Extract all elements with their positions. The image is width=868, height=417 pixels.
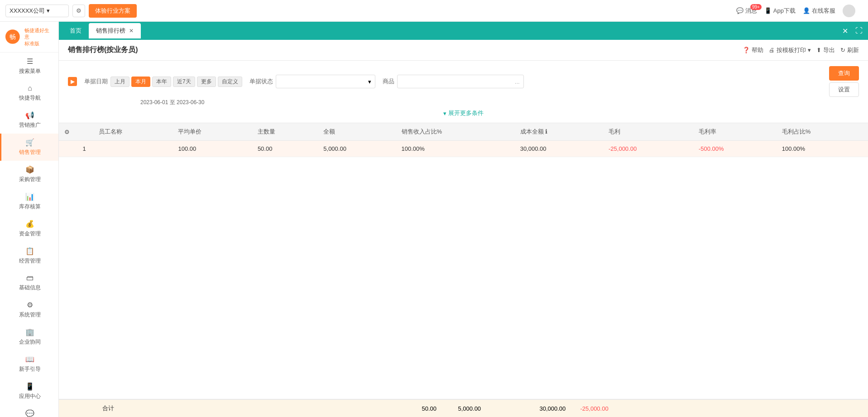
row-sales-pct: 100.00% (396, 141, 515, 157)
marketing-icon: 📢 (25, 111, 34, 120)
col-amount: 全额 (318, 123, 396, 141)
filter-toggle-btn[interactable]: ▶ (68, 77, 77, 86)
sidebar-item-search[interactable]: ☰ 搜索菜单 (0, 53, 58, 80)
expand-down-icon: ▾ (443, 110, 446, 117)
goods-label: 商品 (383, 77, 394, 86)
query-button[interactable]: 查询 (829, 66, 859, 81)
tab-close-window-icon[interactable]: ✕ (840, 25, 850, 37)
status-select[interactable]: ▾ (276, 75, 375, 88)
table-container: ⚙ 员工名称 平均单价 主数量 全额 销售收入占比% 成本全额 ℹ 毛利 毛利率… (59, 123, 868, 399)
date-label: 单据日期 (84, 77, 108, 86)
filter-goods: 商品 ... (383, 75, 524, 88)
main-layout: 畅 畅捷通好生意 标准版 ☰ 搜索菜单 ⌂ 快捷导航 📢 营销推广 🛒 销售管理… (0, 22, 868, 417)
date-range-text: 2023-06-01 至 2023-06-30 (140, 99, 204, 105)
help-button[interactable]: ❓ 帮助 (743, 46, 763, 54)
tab-home[interactable]: 首页 (62, 23, 89, 38)
row-avg-price: 100.00 (173, 141, 252, 157)
table-row: 1 100.00 50.00 5,000.00 100.00% 30,000.0… (59, 141, 868, 157)
sidebar-item-label: 企业协同 (19, 338, 41, 346)
sales-icon: 🛒 (25, 138, 34, 147)
print-button[interactable]: 🖨 按模板打印 ▾ (769, 46, 811, 54)
sidebar-item-wechat[interactable]: 💬 企业微信 (0, 405, 58, 417)
sidebar: 畅 畅捷通好生意 标准版 ☰ 搜索菜单 ⌂ 快捷导航 📢 营销推广 🛒 销售管理… (0, 22, 59, 417)
row-amount: 5,000.00 (318, 141, 396, 157)
btn-group: 查询 设置 (829, 66, 859, 97)
row-profit: -25,000.00 (603, 141, 693, 157)
col-profit: 毛利 (603, 123, 693, 141)
purchase-icon: 📦 (25, 165, 34, 174)
app-download-button[interactable]: 📱 App下载 (764, 7, 796, 15)
app-icon: 📱 (764, 7, 772, 14)
operations-icon: 📋 (25, 247, 34, 255)
sidebar-item-sales[interactable]: 🛒 销售管理 (0, 134, 58, 161)
content-area: 首页 销售排行榜 ✕ ✕ ⛶ 销售排行榜(按业务员) ❓ 帮助 (59, 22, 868, 417)
enterprise-icon: 🏢 (25, 328, 34, 336)
refresh-label: 刷新 (847, 46, 859, 54)
sidebar-item-label: 销售管理 (19, 149, 41, 156)
date-btn-last-month[interactable]: 上月 (110, 77, 129, 87)
refresh-button[interactable]: ↻ 刷新 (840, 46, 859, 54)
date-btn-last7[interactable]: 近7天 (173, 77, 195, 87)
footer-qty: 50.00 (417, 405, 453, 412)
company-selector[interactable]: XXXXXX公司 ▾ (5, 5, 69, 17)
trial-button[interactable]: 体验行业方案 (89, 4, 137, 18)
app-label: App下载 (773, 7, 796, 15)
export-button[interactable]: ⬆ 导出 (816, 46, 835, 54)
online-service-button[interactable]: 👤 在线客服 (803, 7, 835, 15)
sidebar-item-apps[interactable]: 📱 应用中心 (0, 378, 58, 405)
sidebar-item-inventory[interactable]: 📊 库存核算 (0, 188, 58, 215)
tab-home-label: 首页 (70, 27, 82, 35)
tab-actions: ✕ ⛶ (840, 25, 864, 37)
sidebar-item-shortcut[interactable]: ⌂ 快捷导航 (0, 80, 58, 106)
date-btn-this-year[interactable]: 本年 (152, 77, 171, 87)
status-label: 单据状态 (249, 77, 273, 86)
expand-more-btn[interactable]: ▾ 展开更多条件 (68, 109, 859, 117)
tab-close-icon[interactable]: ✕ (129, 28, 134, 34)
tab-expand-icon[interactable]: ⛶ (854, 25, 864, 37)
export-icon: ⬆ (816, 47, 821, 53)
date-btn-this-month[interactable]: 本月 (131, 77, 150, 87)
logo-svg: 畅 (5, 29, 21, 45)
sidebar-item-label: 采购管理 (19, 176, 41, 183)
row-profit-rate: -500.00% (693, 141, 777, 157)
filter-date: 单据日期 上月 本月 本年 近7天 更多 自定义 (84, 77, 242, 87)
guide-icon: 📖 (25, 355, 34, 364)
tab-bar: 首页 销售排行榜 ✕ ✕ ⛶ (59, 22, 868, 40)
row-profit-pct: 100.00% (777, 141, 868, 157)
sidebar-item-basic[interactable]: 🗃 基础信息 (0, 269, 58, 296)
col-settings[interactable]: ⚙ (59, 123, 75, 141)
sidebar-item-guide[interactable]: 📖 新手引导 (0, 350, 58, 378)
sidebar-item-purchase[interactable]: 📦 采购管理 (0, 161, 58, 188)
sidebar-item-label: 基础信息 (19, 284, 41, 292)
service-icon: 👤 (803, 7, 810, 14)
date-btn-more[interactable]: 更多 (197, 77, 216, 87)
help-icon: ❓ (743, 47, 750, 53)
search-icon: ☰ (27, 57, 33, 66)
col-rank (75, 123, 93, 141)
footer-cost: 30,000.00 (534, 405, 575, 412)
sidebar-item-enterprise[interactable]: 🏢 企业协同 (0, 323, 58, 350)
inventory-icon: 📊 (25, 192, 34, 201)
col-qty: 主数量 (252, 123, 318, 141)
sidebar-item-operations[interactable]: 📋 经营管理 (0, 242, 58, 269)
sidebar-item-label: 应用中心 (19, 393, 41, 400)
sidebar-item-label: 资金管理 (19, 230, 41, 238)
date-btn-custom[interactable]: 自定义 (218, 77, 242, 87)
company-name: XXXXXX公司 (10, 7, 45, 15)
page-title: 销售排行榜(按业务员) (68, 45, 138, 55)
sidebar-item-finance[interactable]: 💰 资金管理 (0, 215, 58, 242)
goods-more-icon: ... (515, 78, 520, 85)
goods-input[interactable]: ... (397, 75, 524, 88)
sidebar-item-marketing[interactable]: 📢 营销推广 (0, 106, 58, 134)
tab-sales-rank[interactable]: 销售排行榜 ✕ (89, 23, 141, 38)
settings-icon[interactable]: ⚙ (72, 5, 85, 17)
sidebar-logo: 畅 畅捷通好生意 标准版 (0, 22, 58, 53)
setting-button[interactable]: 设置 (829, 82, 859, 97)
data-table: ⚙ 员工名称 平均单价 主数量 全额 销售收入占比% 成本全额 ℹ 毛利 毛利率… (59, 123, 868, 157)
sidebar-item-system[interactable]: ⚙ 系统管理 (0, 296, 58, 323)
header-row: ⚙ 员工名称 平均单价 主数量 全额 销售收入占比% 成本全额 ℹ 毛利 毛利率… (59, 123, 868, 141)
avatar[interactable] (843, 5, 855, 17)
table-footer: 合计 50.00 5,000.00 30,000.00 -25,000.00 (59, 399, 868, 417)
system-icon: ⚙ (27, 301, 33, 309)
message-button[interactable]: 💬 消息 99+ (736, 7, 757, 15)
